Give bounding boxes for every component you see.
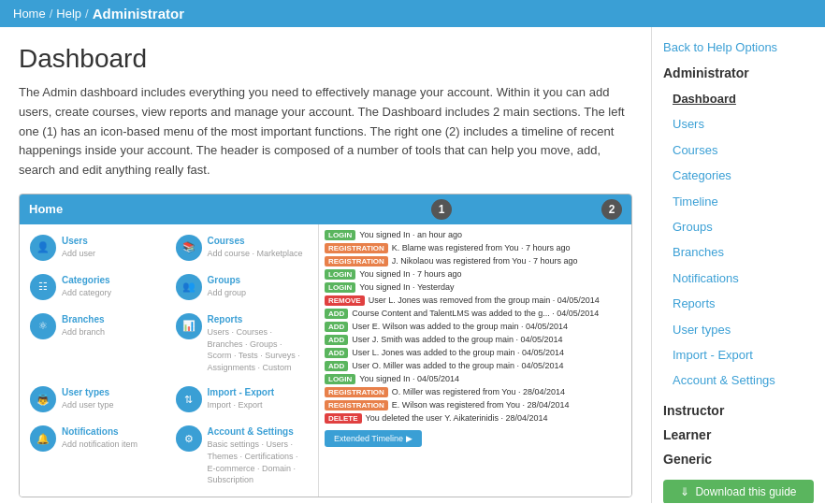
timeline-entry-10: ADD User L. Jones was added to the group…	[325, 348, 626, 358]
timeline-entry-1: LOGIN You signed In · an hour ago	[325, 230, 626, 240]
badge-add-5: ADD	[325, 361, 348, 371]
extended-timeline-button[interactable]: Extended Timeline ▶	[325, 430, 422, 447]
dash-item-notifications: 🔔 Notifications Add notification item	[25, 421, 167, 490]
breadcrumb-current: Administrator	[93, 6, 184, 22]
badge-reg-3: REGISTRATION	[325, 387, 388, 397]
badge-add-3: ADD	[325, 335, 348, 345]
importexport-icon: ⇅	[176, 386, 202, 412]
nav-item-courses[interactable]: Courses	[663, 137, 814, 163]
back-to-help-link[interactable]: Back to Help Options	[663, 40, 814, 54]
reports-icon: 📊	[176, 313, 202, 339]
users-icon: 👤	[30, 235, 56, 261]
badge-add-2: ADD	[325, 322, 348, 332]
dashboard-mockup: Home 1 2 👤 Users Add u	[19, 194, 632, 497]
badge-login-2: LOGIN	[325, 269, 355, 280]
timeline-entry-13: REGISTRATION O. Miller was registered fr…	[325, 387, 626, 397]
groups-icon: 👥	[176, 274, 202, 300]
badge-remove: REMOVE	[325, 295, 365, 306]
dash-item-groups: 👥 Groups Add group	[171, 269, 313, 305]
dash-item-accountsettings-text: Account & Settings Basic settings · User…	[208, 425, 309, 485]
dash-icon-grid: 👤 Users Add user 📚 Courses Add cours	[25, 230, 312, 491]
administrator-section-title: Administrator	[663, 65, 814, 80]
circle-label-2: 2	[601, 199, 622, 220]
badge-delete: DELETE	[325, 413, 362, 424]
badge-login-3: LOGIN	[325, 282, 355, 293]
timeline-entry-11: ADD User O. Miller was added to the grou…	[325, 361, 626, 371]
timeline-entry-7: ADD Course Content and TalentLMS was add…	[325, 309, 626, 319]
dash-item-users: 👤 Users Add user	[25, 230, 167, 266]
nav-item-dashboard[interactable]: Dashboard	[663, 86, 814, 111]
dash-item-usertypes: 👼 User types Add user type	[25, 382, 167, 417]
nav-item-users[interactable]: Users	[663, 111, 814, 137]
nav-item-timeline[interactable]: Timeline	[663, 189, 814, 214]
badge-login: LOGIN	[325, 230, 355, 240]
timeline-entry-15: DELETE You deleted the user Y. Aikaterin…	[325, 413, 626, 424]
nav-item-usertypes[interactable]: User types	[663, 317, 814, 342]
breadcrumb-sep1: /	[50, 7, 53, 21]
dash-item-importexport-text: Import - Export Import · Export	[208, 386, 275, 411]
circle-label-1: 1	[431, 199, 452, 220]
dash-item-importexport: ⇅ Import - Export Import · Export	[171, 382, 313, 417]
download-guide-button[interactable]: ⇓ Download this guide	[663, 480, 814, 503]
dash-right: LOGIN You signed In · an hour ago REGIST…	[319, 224, 631, 468]
branches-icon: ⚛	[30, 313, 56, 339]
timeline-entry-6: REMOVE User L. Jones was removed from th…	[325, 295, 626, 306]
nav-item-branches[interactable]: Branches	[663, 239, 814, 265]
dash-item-groups-text: Groups Add group	[208, 274, 247, 299]
accountsettings-icon: ⚙	[176, 425, 202, 452]
courses-icon: 📚	[176, 235, 202, 261]
breadcrumb-help[interactable]: Help	[56, 7, 81, 21]
dash-item-reports: 📊 Reports Users · Courses · Branches · G…	[171, 309, 313, 378]
badge-reg-4: REGISTRATION	[325, 400, 388, 410]
timeline-entry-9: ADD User J. Smith was added to the group…	[325, 335, 626, 345]
dash-item-branches: ⚛ Branches Add branch	[25, 309, 167, 378]
sidebar: Back to Help Options Administrator Dashb…	[652, 27, 825, 503]
timeline-entry-8: ADD User E. Wilson was added to the grou…	[325, 322, 626, 332]
dash-home-label: Home	[29, 202, 63, 216]
nav-item-notifications[interactable]: Notifications	[663, 266, 814, 291]
dash-body: 👤 Users Add user 📚 Courses Add cours	[20, 224, 631, 497]
main-layout: Dashboard The Admin dashboard includes e…	[0, 27, 825, 503]
nav-item-reports[interactable]: Reports	[663, 291, 814, 316]
badge-reg: REGISTRATION	[325, 243, 388, 253]
dash-header: Home 1 2	[20, 194, 631, 224]
dash-item-accountsettings: ⚙ Account & Settings Basic settings · Us…	[171, 421, 313, 490]
download-btn-label: Download this guide	[695, 485, 796, 498]
dash-item-categories: ☷ Categories Add category	[25, 269, 167, 305]
badge-login-4: LOGIN	[325, 374, 355, 384]
usertypes-icon: 👼	[30, 386, 56, 412]
extended-timeline-btn-container: Extended Timeline ▶	[325, 426, 626, 447]
dash-item-usertypes-text: User types Add user type	[62, 386, 114, 411]
breadcrumb-sep2: /	[85, 7, 89, 21]
dash-left: 👤 Users Add user 📚 Courses Add cours	[20, 224, 319, 497]
dash-item-categories-text: Categories Add category	[62, 274, 111, 299]
content-area: Dashboard The Admin dashboard includes e…	[0, 27, 652, 503]
badge-add-1: ADD	[325, 309, 348, 319]
timeline-entry-4: LOGIN You signed In · 7 hours ago	[325, 269, 626, 280]
breadcrumb-home[interactable]: Home	[13, 7, 46, 21]
dash-item-reports-text: Reports Users · Courses · Branches · Gro…	[208, 313, 309, 373]
nav-item-groups[interactable]: Groups	[663, 214, 814, 239]
notifications-icon: 🔔	[30, 425, 56, 452]
dash-item-branches-text: Branches Add branch	[62, 313, 105, 338]
dash-item-courses-text: Courses Add course · Marketplace	[208, 235, 303, 260]
intro-text: The Admin dashboard includes everything …	[19, 83, 632, 180]
dash-labels: 1 2	[431, 199, 622, 220]
page-title: Dashboard	[19, 44, 632, 74]
timeline-entry-12: LOGIN You signed In · 04/05/2014	[325, 374, 626, 384]
badge-add-4: ADD	[325, 348, 348, 358]
categories-icon: ☷	[30, 274, 56, 300]
breadcrumb-bar: Home / Help / Administrator	[0, 0, 825, 27]
dash-item-users-text: Users Add user	[62, 235, 95, 260]
download-icon: ⇓	[680, 485, 689, 498]
learner-section-title: Learner	[663, 427, 814, 442]
timeline-entry-3: REGISTRATION J. Nikolaou was registered …	[325, 256, 626, 266]
dash-header-left: Home	[29, 202, 63, 216]
instructor-section-title: Instructor	[663, 403, 814, 418]
timeline-entry-14: REGISTRATION E. Wilson was registered fr…	[325, 400, 626, 410]
dash-item-courses: 📚 Courses Add course · Marketplace	[171, 230, 313, 266]
nav-item-importexport[interactable]: Import - Export	[663, 342, 814, 367]
timeline-entry-2: REGISTRATION K. Blame was registered fro…	[325, 243, 626, 253]
nav-item-categories[interactable]: Categories	[663, 163, 814, 188]
nav-item-accountsettings[interactable]: Account & Settings	[663, 367, 814, 393]
